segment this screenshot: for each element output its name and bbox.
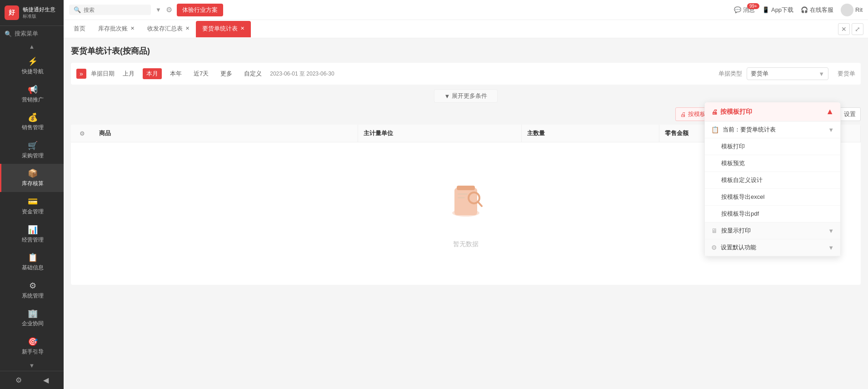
footer-settings-icon[interactable]: ⚙ xyxy=(15,376,22,384)
sidebar-item-quick-nav[interactable]: ⚡ 快捷导航 xyxy=(0,52,64,80)
display-print-icon: 🖥 xyxy=(711,227,718,234)
tabbar-controls: ✕ ⤢ xyxy=(838,23,868,35)
sidebar-item-finance[interactable]: 💳 资金管理 xyxy=(0,192,64,220)
tab-close-btn[interactable]: ✕ xyxy=(838,23,850,35)
sidebar-item-enterprise[interactable]: 🏢 企业协同 xyxy=(0,304,64,332)
nav-label-system: 系统管理 xyxy=(22,293,44,300)
online-service-label: 在线客服 xyxy=(810,6,833,14)
nav-label-operations: 经营管理 xyxy=(22,237,44,244)
topbar-search-input[interactable] xyxy=(84,7,143,13)
default-func-label: 设置默认功能 xyxy=(721,243,756,252)
nav-label-finance: 资金管理 xyxy=(22,208,44,216)
topbar-search-area[interactable]: 🔍 xyxy=(69,5,151,15)
footer-collapse-icon[interactable]: ◀ xyxy=(43,376,49,384)
tab-order-stats-close-icon[interactable]: ✕ xyxy=(240,25,244,31)
current-template-arrow-icon: ▼ xyxy=(828,126,834,133)
dropdown-template-export-pdf[interactable]: 按模板导出pdf xyxy=(705,206,840,222)
tab-receivables-summary-close-icon[interactable]: ✕ xyxy=(185,25,190,31)
sidebar-item-marketing[interactable]: 📢 营销推广 xyxy=(0,80,64,108)
dropdown-template-custom-design[interactable]: 模板自定义设计 xyxy=(705,172,840,189)
tab-receivables-summary-label: 收发存汇总表 xyxy=(147,25,183,33)
date-filter-label: 单据日期 xyxy=(91,70,115,78)
date-option-more[interactable]: 更多 xyxy=(217,68,236,79)
topbar-gear-icon[interactable]: ⚙ xyxy=(166,5,172,14)
sidebar-logo: 好 畅捷通好生意 标准版 xyxy=(0,0,64,26)
sidebar-item-inventory[interactable]: 📦 库存核算 xyxy=(0,164,64,192)
expand-more-label: 展开更多条件 xyxy=(452,92,487,100)
dropdown-current-template[interactable]: 📋 当前：要货单统计表 ▼ xyxy=(705,121,840,138)
dropdown-display-print-section[interactable]: 🖥 按显示打印 ▼ xyxy=(705,222,840,239)
date-option-this-year[interactable]: 本年 xyxy=(166,68,185,79)
search-icon: 🔍 xyxy=(5,30,12,37)
topbar-messages[interactable]: 💬 消息 99+ xyxy=(734,6,755,14)
sidebar-nav: ⚡ 快捷导航 📢 营销推广 💰 销售管理 🛒 采购管理 📦 库存核算 💳 资金管… xyxy=(0,52,64,360)
expand-more-conditions-btn[interactable]: ▼ 展开更多条件 xyxy=(434,89,498,103)
date-range-text: 2023-06-01 至 2023-06-30 xyxy=(270,70,334,78)
date-option-this-month[interactable]: 本月 xyxy=(143,68,162,79)
tab-receivables-summary[interactable]: 收发存汇总表 ✕ xyxy=(141,21,196,37)
tab-batch-account[interactable]: 库存批次账 ✕ xyxy=(92,21,141,37)
nav-label-newbie: 新手引导 xyxy=(22,349,44,356)
date-option-7days[interactable]: 近7天 xyxy=(190,68,212,79)
template-preview-label: 模板预览 xyxy=(721,159,745,167)
svg-line-4 xyxy=(478,202,482,206)
print-dropdown-close-icon[interactable]: ▲ xyxy=(826,107,834,116)
main-content: 🔍 ▼ ⚙ 体验行业方案 💬 消息 99+ 📱 App下载 🎧 在线客服 Rit xyxy=(64,0,868,389)
trial-btn[interactable]: 体验行业方案 xyxy=(177,4,223,16)
tab-batch-account-close-icon[interactable]: ✕ xyxy=(130,25,135,31)
sidebar-item-system[interactable]: ⚙ 系统管理 xyxy=(0,276,64,304)
type-filter-chevron-icon: ▼ xyxy=(818,71,824,77)
app-badge: 标准版 xyxy=(23,13,55,20)
tab-batch-account-label: 库存批次账 xyxy=(98,25,128,33)
default-func-arrow-icon: ▼ xyxy=(828,244,834,251)
topbar: 🔍 ▼ ⚙ 体验行业方案 💬 消息 99+ 📱 App下载 🎧 在线客服 Rit xyxy=(64,0,868,20)
tab-expand-btn[interactable]: ⤢ xyxy=(852,23,863,35)
sidebar-item-purchase[interactable]: 🛒 采购管理 xyxy=(0,136,64,164)
dropdown-template-export-excel[interactable]: 按模板导出excel xyxy=(705,189,840,206)
sidebar-item-newbie[interactable]: 🎯 新手引导 xyxy=(0,332,64,360)
topbar-search-chevron-icon[interactable]: ▼ xyxy=(155,6,161,13)
tab-home-label: 首页 xyxy=(74,25,85,33)
display-print-arrow-icon: ▼ xyxy=(828,227,834,234)
empty-illustration xyxy=(443,179,489,224)
filter-bar: » 单据日期 上月 本月 本年 近7天 更多 自定义 2023-06-01 至 … xyxy=(71,63,861,85)
tab-home[interactable]: 首页 xyxy=(67,21,92,37)
nav-label-purchase: 采购管理 xyxy=(22,152,44,160)
app-logo-icon: 好 xyxy=(5,5,19,20)
quick-nav-icon: ⚡ xyxy=(28,56,38,66)
svg-rect-2 xyxy=(457,186,475,190)
system-icon: ⚙ xyxy=(29,281,36,291)
default-func-icon: ⚙ xyxy=(711,244,717,251)
table-column-settings-icon[interactable]: ⚙ xyxy=(71,126,94,141)
sales-icon: 💰 xyxy=(28,112,38,122)
sidebar-item-basic-info[interactable]: 📋 基础信息 xyxy=(0,248,64,276)
topbar-app-download[interactable]: 📱 App下载 xyxy=(762,6,793,14)
basic-info-icon: 📋 xyxy=(28,253,38,263)
sidebar-scroll-up[interactable]: ▲ xyxy=(0,41,64,52)
nav-label-marketing: 营销推广 xyxy=(22,96,44,104)
date-option-last-month[interactable]: 上月 xyxy=(119,68,138,79)
sidebar-item-operations[interactable]: 📊 经营管理 xyxy=(0,220,64,248)
topbar-online-service[interactable]: 🎧 在线客服 xyxy=(801,6,833,14)
dropdown-template-preview[interactable]: 模板预览 xyxy=(705,155,840,172)
sidebar-item-sales[interactable]: 💰 销售管理 xyxy=(0,108,64,136)
topbar-user[interactable]: Rit xyxy=(841,4,863,16)
topbar-right: 💬 消息 99+ 📱 App下载 🎧 在线客服 Rit xyxy=(734,4,863,16)
dropdown-template-print[interactable]: 模板打印 xyxy=(705,138,840,155)
sidebar-search[interactable]: 🔍 搜索菜单 xyxy=(0,26,64,41)
settings-btn[interactable]: 设置 xyxy=(839,107,861,121)
print-dropdown-title-label: 按模板打印 xyxy=(720,108,752,116)
settings-label: 设置 xyxy=(844,110,856,118)
operations-icon: 📊 xyxy=(28,225,38,235)
type-filter-value: 要货单 xyxy=(751,70,768,78)
column-header-qty: 主数量 xyxy=(522,125,660,142)
type-filter-select[interactable]: 要货单 ▼ xyxy=(747,67,828,80)
purchase-icon: 🛒 xyxy=(28,141,38,151)
filter-expand-icon[interactable]: » xyxy=(76,69,86,79)
tab-order-stats[interactable]: 要货单统计表 ✕ xyxy=(196,21,251,37)
tabbar: 首页 库存批次账 ✕ 收发存汇总表 ✕ 要货单统计表 ✕ ✕ ⤢ xyxy=(64,20,868,38)
date-option-custom[interactable]: 自定义 xyxy=(240,68,265,79)
messages-icon: 💬 xyxy=(734,6,741,13)
sidebar-scroll-down[interactable]: ▼ xyxy=(0,360,64,371)
dropdown-default-func-section[interactable]: ⚙ 设置默认功能 ▼ xyxy=(705,239,840,256)
